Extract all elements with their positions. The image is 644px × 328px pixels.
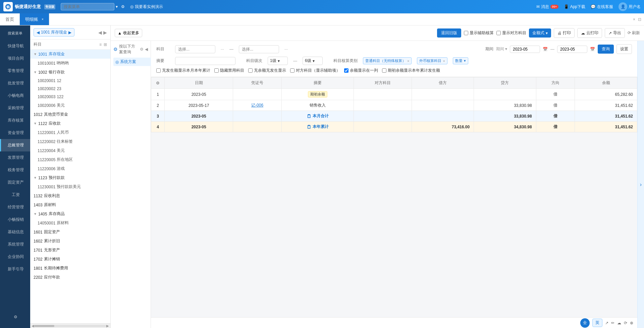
summary-input[interactable] (175, 57, 235, 65)
hide-banned-checkbox[interactable] (214, 68, 219, 73)
sidebar-item-system-mgmt[interactable]: 系统管理 (0, 238, 30, 251)
account-item-14050001[interactable]: 14050001 原材料 (30, 218, 110, 227)
sidebar-item-fixed-assets[interactable]: 固定资产 (0, 176, 30, 189)
amount-format-btn[interactable]: 金额式 ▾ (529, 28, 551, 38)
settings-icon[interactable]: ⚙ (121, 4, 125, 9)
contra-checkbox[interactable] (290, 68, 294, 73)
filter-scheme-settings-icon[interactable]: ⚙ (140, 47, 144, 52)
account-item-10020003[interactable]: 10020003 122 (30, 93, 110, 101)
show-period-checkbox[interactable] (382, 68, 386, 73)
tab-close-icon[interactable]: × (42, 17, 44, 21)
sidebar-item-project-contract[interactable]: 项目合同 (0, 52, 30, 65)
sidebar-item-inventory-check[interactable]: 库存核算 (0, 114, 30, 127)
account-item-2202[interactable]: 2202 应付年款 (30, 273, 110, 282)
sidebar-item-purchase-mgmt[interactable]: 采购管理 (0, 102, 30, 114)
account-item-11230001[interactable]: 11230001 预付款款美元 (30, 182, 110, 191)
bottom-icon-1[interactable]: ↗ (605, 321, 608, 325)
sidebar-item-basic-info[interactable]: 基础信息 (0, 226, 30, 238)
tag-foreign-remove-btn[interactable]: × (443, 59, 445, 63)
account-item-1123[interactable]: ▼ 1123 预付款款 (30, 173, 110, 182)
tag-normal-remove-btn[interactable]: × (407, 59, 409, 63)
show-balance-col-checkbox[interactable] (344, 68, 348, 73)
app-download-action[interactable]: 📱 App下载 (564, 4, 585, 10)
account-item-11220002[interactable]: 11220002 往来标签 (30, 137, 110, 146)
account-item-10020001[interactable]: 10020001 12 (30, 77, 110, 85)
user-avatar[interactable]: 👤 用户名 (619, 2, 641, 11)
export-btn[interactable]: ↗ 导出 (605, 28, 625, 38)
message-action[interactable]: ✉ 消息 99+ (536, 4, 558, 10)
account-item-1701[interactable]: 1701 无形资产 (30, 246, 110, 255)
refresh-btn[interactable]: ⟳ 刷新 (628, 30, 640, 36)
scrollbar-thumb[interactable] (34, 325, 54, 327)
bottom-icon-2[interactable]: ✏ (611, 321, 614, 325)
account-item-1012[interactable]: 1012 其他货币资金 (30, 110, 110, 119)
online-service-action[interactable]: 💬 在线客服 (591, 4, 613, 10)
sidebar-item-new-guide[interactable]: 新手引导 (0, 263, 30, 275)
voucher-link[interactable]: 记-006 (251, 103, 263, 108)
bottom-icon-3[interactable]: ☁ (617, 321, 621, 325)
sidebar-item-invoice-mgmt[interactable]: 发票管理 (0, 151, 30, 164)
scroll-right-btn[interactable]: ▶ (106, 324, 109, 328)
account-breadcrumb-btn[interactable]: ◀ 1001 库存现金 ▶ (34, 28, 74, 37)
sidebar-item-business-mgmt[interactable]: 经营管理 (0, 201, 30, 213)
account-item-1403[interactable]: 1403 原材料 (30, 200, 110, 209)
period-cal-icon-1[interactable]: 📅 (543, 47, 548, 52)
subject-start-input[interactable] (175, 45, 215, 53)
tab-home[interactable]: 首页 (0, 13, 20, 25)
nav-dropdown-icon[interactable]: ▾ (116, 4, 118, 9)
account-item-10020002[interactable]: 10020002 23 (30, 85, 110, 93)
scroll-left-btn[interactable]: ◀ (32, 324, 34, 328)
account-item-11220006[interactable]: 11220006 游戏 (30, 164, 110, 173)
print-btn[interactable]: 🖨 打印 (554, 28, 575, 38)
filter-scheme-collapse-icon[interactable]: ◀ (145, 47, 148, 52)
account-item-10010001[interactable]: 10010001 哟哟哟 (30, 59, 110, 68)
account-item-1702[interactable]: 1702 累计摊销 (30, 255, 110, 264)
period-start-input[interactable] (510, 46, 540, 53)
sidebar-item-payroll[interactable]: 工资 (0, 189, 30, 201)
demo-link[interactable]: ◎ 我要看实例演示 (130, 4, 163, 10)
account-item-10020006[interactable]: 10020006 美元 (30, 101, 110, 110)
account-item-1132[interactable]: 1132 应收利息 (30, 191, 110, 200)
account-item-1002[interactable]: ▼ 1002 银行存款 (30, 68, 110, 77)
account-list-icon[interactable]: ≡ (99, 42, 102, 47)
tab-detail[interactable]: 明细账 × (20, 13, 49, 25)
sidebar-search-menu[interactable]: 搜索菜单 (8, 28, 22, 39)
subject-end-input[interactable] (239, 45, 279, 53)
sidebar-item-general-ledger[interactable]: 总账管理 (0, 139, 30, 151)
bottom-lang-btn[interactable]: 英 (592, 319, 602, 327)
back-old-version-btn[interactable]: 退回旧版 (437, 28, 461, 38)
account-sort-icon[interactable]: ⊞ (104, 42, 107, 47)
table-settings-th[interactable]: ⚙ (151, 77, 165, 89)
account-item-1001[interactable]: ▼ 1001 库存现金 (30, 50, 110, 59)
sidebar-item-fund-mgmt[interactable]: 资金管理 (0, 127, 30, 139)
settings-btn[interactable]: 设置 (616, 44, 632, 54)
tag-qty-dropdown-icon[interactable]: ▾ (464, 59, 466, 63)
nav-left-icon[interactable]: ◀ (98, 30, 102, 35)
period-type-selector[interactable]: 期间 ▾ (496, 46, 507, 52)
show-aux-checkbox[interactable] (464, 31, 468, 35)
account-item-1405[interactable]: ▼ 1405 库存商品 (30, 209, 110, 218)
sidebar-item-enterprise-coop[interactable]: 企业协同 (0, 251, 30, 263)
sidebar-item-quick-nav[interactable]: 快捷导航 (0, 40, 30, 52)
right-action-bar[interactable]: › (637, 41, 644, 328)
account-item-1602[interactable]: 1602 累计折旧 (30, 237, 110, 246)
level-start-select[interactable]: 1级 ▾ (268, 57, 288, 65)
sidebar-item-xiaochang-sales[interactable]: 小畅报销 (0, 213, 30, 226)
level-end-select[interactable]: 6级 ▾ (303, 57, 323, 65)
show-contra-checkbox[interactable] (496, 31, 501, 35)
account-item-1801[interactable]: 1801 长期待摊费用 (30, 264, 110, 273)
period-end-input[interactable] (557, 46, 587, 53)
nav-right-icon[interactable]: ▶ (103, 30, 107, 35)
no-balance-checkbox[interactable] (248, 68, 253, 73)
account-item-11220005[interactable]: 11220005 所在地区 (30, 155, 110, 164)
account-item-1122[interactable]: ▼ 1122 应收款 (30, 119, 110, 128)
account-tree-scrollbar[interactable]: ◀ ▶ (30, 323, 110, 328)
tab-close-all-icon[interactable]: × (633, 17, 635, 22)
sidebar-item-tax-mgmt[interactable]: 税务管理 (0, 164, 30, 176)
account-item-11220004[interactable]: 11220004 美元 (30, 146, 110, 155)
cloud-print-btn[interactable]: ☁ 云打印 (577, 28, 602, 38)
query-item-system[interactable]: ◎ 系统方案 (113, 58, 153, 66)
collapse-more-btn[interactable]: ▲ 收起更多 (115, 29, 142, 37)
row-voucher[interactable]: 记-006 (233, 100, 281, 111)
no-occurrence-checkbox[interactable] (156, 68, 161, 73)
